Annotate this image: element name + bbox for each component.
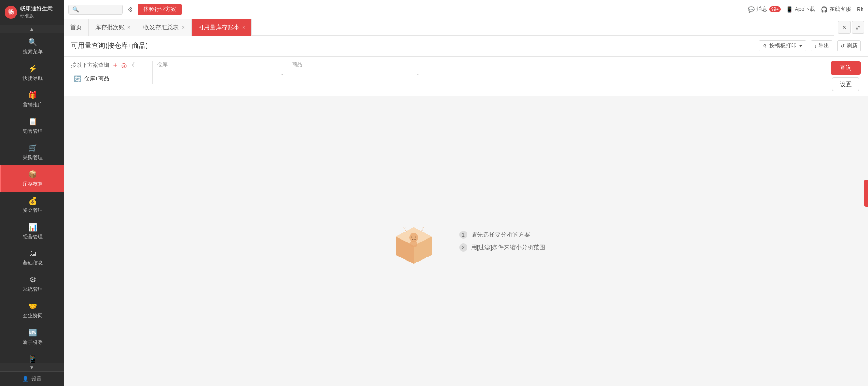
tab-close-button[interactable]: ×: [838, 21, 851, 34]
export-icon: ↓: [814, 43, 817, 49]
page-header: 可用量查询(按仓库+商品) 🖨 按模板打印 ▼ ↓ 导出 ↺ 刷新: [64, 36, 868, 57]
sidebar-item-sales[interactable]: 📋 销售管理: [0, 113, 64, 139]
tab-batch[interactable]: 库存批次账 ×: [89, 19, 137, 36]
svg-text:?: ?: [403, 226, 406, 230]
add-scheme-button[interactable]: ＋: [112, 61, 118, 69]
sidebar-item-marketing[interactable]: 🎁 营销推广: [0, 86, 64, 113]
tab-expand-button[interactable]: ⤢: [852, 21, 864, 34]
operation-icon: 📊: [28, 223, 37, 232]
sidebar-item-search[interactable]: 🔍 搜索菜单: [0, 33, 64, 60]
sales-icon: 📋: [28, 117, 37, 126]
sidebar-footer[interactable]: 👤 设置: [0, 371, 64, 386]
tab-home[interactable]: 首页: [64, 19, 89, 36]
warehouse-goods-icon: 🔄: [74, 75, 81, 82]
sidebar-item-label: 销售管理: [23, 128, 43, 134]
sidebar-item-operation[interactable]: 📊 经营管理: [0, 218, 64, 245]
refresh-label: 刷新: [847, 42, 858, 50]
message-icon: 💬: [748, 6, 755, 13]
empty-state: ? ? 1 请先选择要分析的方案 2 用[过滤]条件来缩小分析范围: [64, 96, 868, 386]
sidebar-logo: 畅: [5, 6, 17, 19]
sidebar-item-newbie[interactable]: 🆕 新手引导: [0, 324, 64, 350]
print-button[interactable]: 🖨 按模板打印 ▼: [759, 40, 806, 51]
message-button[interactable]: 💬 消息 99+: [748, 5, 781, 13]
query-button[interactable]: 查询: [831, 61, 861, 75]
topbar-right: 💬 消息 99+ 📱 App下载 🎧 在线客服 Rit: [748, 5, 863, 13]
sidebar-item-system[interactable]: ⚙ 系统管理: [0, 271, 64, 297]
sidebar-item-label: 系统管理: [23, 286, 43, 293]
filter-field-warehouse: 仓库 ···: [157, 61, 285, 79]
message-label: 消息: [756, 5, 767, 13]
user-name: 设置: [31, 376, 41, 382]
sidebar-scroll-down[interactable]: ▼: [0, 363, 64, 371]
tab-available[interactable]: 可用量库存账本 ×: [192, 19, 252, 36]
export-button[interactable]: ↓ 导出: [811, 40, 832, 51]
sidebar-header: 畅 畅康通好生意 标准版: [0, 0, 64, 25]
tab-summary-close[interactable]: ×: [182, 25, 184, 30]
newbie-icon: 🆕: [28, 328, 37, 337]
empty-tip-2: 2 用[过滤]条件来缩小分析范围: [459, 243, 545, 252]
app-download-button[interactable]: 📱 App下载: [786, 5, 815, 13]
tip-2-num: 2: [459, 243, 467, 252]
scheme-setting-icon[interactable]: ◎: [121, 62, 127, 69]
sidebar-item-label: 库存核算: [23, 180, 43, 187]
sidebar-scroll-up[interactable]: ▲: [0, 25, 64, 33]
user-menu[interactable]: Rit: [857, 6, 863, 13]
empty-tip-1: 1 请先选择要分析的方案: [459, 231, 545, 239]
empty-tips: 1 请先选择要分析的方案 2 用[过滤]条件来缩小分析范围: [459, 231, 545, 252]
tab-available-label: 可用量库存账本: [198, 23, 239, 31]
tab-batch-close[interactable]: ×: [127, 25, 130, 30]
sidebar-item-basic[interactable]: 🗂 基础信息: [0, 245, 64, 271]
service-button[interactable]: 🎧 在线客服: [821, 5, 851, 13]
trial-button[interactable]: 体验行业方案: [138, 4, 182, 15]
scheme-warehouse-goods-label: 仓库+商品: [84, 75, 109, 82]
warehouse-more-icon[interactable]: ···: [280, 71, 285, 77]
apps-icon: 📱: [28, 355, 37, 363]
tip-2-text: 用[过滤]条件来缩小分析范围: [471, 243, 545, 252]
tip-1-text: 请先选择要分析的方案: [471, 231, 530, 239]
svg-text:?: ?: [422, 226, 424, 230]
export-label: 导出: [818, 42, 829, 50]
sidebar-item-finance[interactable]: 💰 资金管理: [0, 192, 64, 218]
tab-available-close[interactable]: ×: [242, 25, 245, 30]
inventory-icon: 📦: [28, 170, 37, 179]
goods-input[interactable]: [292, 69, 413, 79]
topbar-search[interactable]: 🔍: [68, 5, 123, 15]
right-scroll-handle[interactable]: [864, 180, 868, 207]
tabs-right-buttons: × ⤢: [834, 19, 868, 36]
user-avatar: 👤: [22, 376, 29, 382]
cart-icon: 🛒: [28, 144, 37, 152]
sidebar-item-label: 经营管理: [23, 233, 43, 240]
goods-more-icon[interactable]: ···: [415, 71, 420, 77]
message-badge: 99+: [769, 6, 781, 12]
sidebar-item-shortcut[interactable]: ⚡ 快捷导航: [0, 60, 64, 86]
filter-scheme-label: 按以下方案查询: [71, 62, 109, 69]
sidebar-item-label: 营销推广: [23, 101, 43, 108]
tab-summary-label: 收发存汇总表: [143, 23, 179, 31]
filter-fields: 仓库 ··· 商品 ···: [157, 61, 826, 79]
tab-summary[interactable]: 收发存汇总表 ×: [137, 19, 191, 36]
sidebar-item-cooperation[interactable]: 🤝 企业协同: [0, 297, 64, 324]
sidebar-item-label: 新手引导: [23, 339, 43, 345]
search-icon: 🔍: [28, 38, 37, 46]
collapse-icon[interactable]: 《: [129, 62, 135, 69]
tab-home-label: 首页: [70, 23, 82, 31]
sidebar-item-purchase[interactable]: 🛒 采购管理: [0, 139, 64, 165]
tabs-bar: 首页 库存批次账 × 收发存汇总表 × 可用量库存账本 × × ⤢: [64, 19, 868, 36]
setting-button[interactable]: 设置: [832, 77, 859, 91]
sidebar-item-inventory[interactable]: 📦 库存核算: [0, 165, 64, 192]
filter-actions: 查询 设置: [831, 61, 861, 91]
sidebar-company-name: 畅康通好生意: [20, 5, 53, 13]
dropdown-arrow-icon: ▼: [798, 43, 803, 48]
scheme-warehouse-goods[interactable]: 🔄 仓库+商品: [71, 73, 147, 84]
refresh-button[interactable]: ↺ 刷新: [837, 40, 861, 51]
main-content: 🔍 ⚙ 体验行业方案 💬 消息 99+ 📱 App下载 🎧 在线客服 Rit: [64, 0, 868, 386]
basic-icon: 🗂: [29, 249, 36, 257]
sidebar-item-label: 基础信息: [23, 259, 43, 266]
goods-field-label: 商品: [292, 61, 420, 68]
sidebar-title-group: 畅康通好生意 标准版: [20, 5, 53, 19]
sidebar-item-apps[interactable]: 📱 应用中心: [0, 350, 64, 363]
warehouse-input[interactable]: [157, 69, 279, 79]
tab-batch-label: 库存批次账: [95, 23, 125, 31]
gear-icon[interactable]: ⚙: [127, 6, 133, 13]
phone-icon: 📱: [786, 6, 793, 13]
